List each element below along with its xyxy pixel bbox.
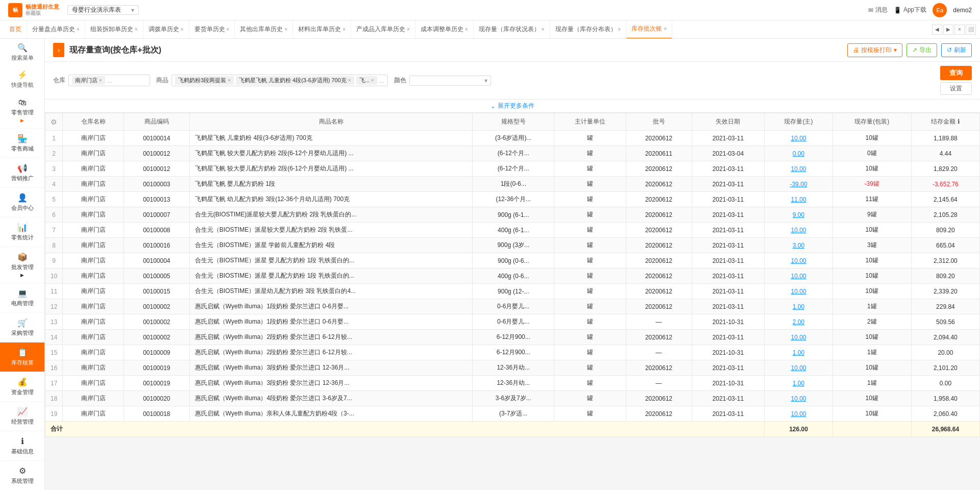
close-tab-11[interactable]: × bbox=[664, 26, 667, 32]
cell-qty-main[interactable]: 2.00 bbox=[765, 314, 832, 330]
settings-icon[interactable]: ⚙ bbox=[51, 118, 57, 126]
nav-tab-9[interactable]: 现存量（库存状况表）× bbox=[474, 20, 550, 39]
warehouse-tag-close[interactable]: × bbox=[99, 78, 102, 83]
cell-qty-main[interactable]: 1.00 bbox=[765, 345, 832, 360]
sidebar-item-base-info[interactable]: ℹ 基础信息 bbox=[0, 431, 44, 461]
sidebar-item-member[interactable]: 👤 会员中心 bbox=[0, 188, 44, 217]
sidebar-item-wholesale[interactable]: 📦 批发管理 ▶ bbox=[0, 247, 44, 283]
close-tab-10[interactable]: × bbox=[618, 27, 621, 32]
cell-code: 00100016 bbox=[124, 238, 189, 253]
sidebar-collapse-btn[interactable]: › bbox=[53, 43, 64, 57]
cell-qty-main[interactable]: 11.00 bbox=[765, 192, 832, 207]
cell-qty-main[interactable]: 10.00 bbox=[765, 360, 832, 376]
setting-btn[interactable]: 设置 bbox=[940, 82, 972, 95]
close-tab-4[interactable]: × bbox=[227, 27, 230, 32]
cell-amount: 4.44 bbox=[911, 146, 979, 161]
nav-tab-home[interactable]: 首页 bbox=[4, 20, 27, 39]
nav-tab-4[interactable]: 要货单历史× bbox=[189, 20, 235, 39]
cell-qty-main[interactable]: 10.00 bbox=[765, 253, 832, 268]
cell-qty-main[interactable]: 10.00 bbox=[765, 330, 832, 345]
cell-qty-main[interactable]: 10.00 bbox=[765, 284, 832, 299]
product-tag-1-label: 飞鹤奶粉3段两提装 bbox=[178, 77, 226, 84]
warehouse-tag-container[interactable]: 南岸门店 × ... bbox=[68, 75, 150, 86]
export-btn[interactable]: ↗ 导出 bbox=[906, 43, 937, 57]
nav-close-all-btn[interactable]: × bbox=[954, 24, 965, 35]
sidebar-item-marketing[interactable]: 📢 营销推广 bbox=[0, 158, 44, 188]
product-tag-1-close[interactable]: × bbox=[228, 78, 231, 83]
nav-tab-7[interactable]: 产成品入库单历史× bbox=[351, 20, 415, 39]
close-tab-1[interactable]: × bbox=[77, 27, 80, 32]
nav-tab-11[interactable]: 库存批次账× bbox=[626, 20, 672, 39]
product-tag-2-close[interactable]: × bbox=[348, 78, 351, 83]
close-tab-8[interactable]: × bbox=[465, 27, 468, 32]
cell-expire: 2021-03-11 bbox=[692, 330, 765, 345]
nav-tab-3[interactable]: 调拨单历史× bbox=[143, 20, 189, 39]
nav-tab-6[interactable]: 材料出库单历史× bbox=[293, 20, 351, 39]
cell-qty-main[interactable]: 10.00 bbox=[765, 223, 832, 238]
cell-code: 00100018 bbox=[124, 406, 189, 422]
close-tab-5[interactable]: × bbox=[284, 27, 287, 32]
table-row: 14 南岸门店 00100002 惠氏启赋（Wyeth illuma）2段奶粉 … bbox=[45, 330, 980, 345]
close-tab-9[interactable]: × bbox=[542, 27, 545, 32]
product-ellipsis[interactable]: ... bbox=[379, 77, 384, 84]
cell-qty-main[interactable]: 10.00 bbox=[765, 406, 832, 422]
color-filter-container[interactable]: ▾ bbox=[409, 76, 491, 86]
sidebar-item-system[interactable]: ⚙ 系统管理 bbox=[0, 461, 44, 490]
table-container[interactable]: ⚙ 仓库名称 商品编码 商品名称 规格型号 主计量单位 批号 失效日期 现存量(… bbox=[45, 113, 980, 490]
sidebar-item-quicknav[interactable]: ⚡ 快捷导航 bbox=[0, 66, 44, 93]
sidebar-finance-label: 资金管理 bbox=[11, 388, 34, 396]
cell-qty-main[interactable]: 3.00 bbox=[765, 238, 832, 253]
sidebar-item-inventory[interactable]: 📋 库存核算 bbox=[0, 342, 44, 372]
user-avatar[interactable]: Ea bbox=[933, 3, 947, 17]
cell-amount: 1,189.88 bbox=[911, 131, 979, 146]
cell-expire: 2021-03-11 bbox=[692, 360, 765, 376]
industry-dropdown[interactable]: 母婴行业演示库表 ▾ bbox=[67, 5, 139, 15]
print-btn[interactable]: 🖨 按模板打印 ▾ bbox=[847, 43, 902, 57]
nav-tab-1[interactable]: 分量盘点单历史× bbox=[27, 20, 85, 39]
sidebar-item-search[interactable]: 🔍 搜索菜单 bbox=[0, 39, 44, 66]
close-tab-2[interactable]: × bbox=[135, 27, 138, 32]
expand-more-btn[interactable]: ⌄ 展开更多条件 bbox=[491, 102, 534, 110]
nav-next-btn[interactable]: ▶ bbox=[943, 24, 953, 35]
nav-tab-8[interactable]: 成本调整单历史× bbox=[415, 20, 474, 39]
cell-warehouse: 南岸门店 bbox=[63, 146, 124, 161]
nav-tab-5[interactable]: 其他出库单历史× bbox=[235, 20, 293, 39]
app-download-btn[interactable]: 📱 App下载 bbox=[894, 6, 926, 14]
sidebar-item-purchase[interactable]: 🛒 采购管理 bbox=[0, 313, 44, 342]
cell-qty-main[interactable]: 1.00 bbox=[765, 299, 832, 314]
close-tab-7[interactable]: × bbox=[407, 27, 410, 32]
nav-prev-btn[interactable]: ◀ bbox=[932, 24, 942, 35]
close-tab-6[interactable]: × bbox=[342, 27, 346, 32]
sidebar-item-finance[interactable]: 💰 资金管理 bbox=[0, 372, 44, 402]
nav-tab-10[interactable]: 现存量（库存分布表）× bbox=[550, 20, 627, 39]
messages-btn[interactable]: ✉ 消息 bbox=[868, 6, 888, 14]
sidebar-item-retail-stat[interactable]: 📊 零售统计 bbox=[0, 217, 44, 247]
cell-qty-main[interactable]: -39.00 bbox=[765, 177, 832, 192]
cell-qty-main[interactable]: 10.00 bbox=[765, 268, 832, 284]
cell-qty-main[interactable]: 1.00 bbox=[765, 376, 832, 391]
cell-qty-main[interactable]: 0.00 bbox=[765, 146, 832, 161]
cell-qty-main[interactable]: 10.00 bbox=[765, 391, 832, 406]
nav-tab-2[interactable]: 组装拆卸单历史× bbox=[85, 20, 143, 39]
cell-expire: 2021-03-11 bbox=[692, 223, 765, 238]
sidebar-item-retail-mgmt[interactable]: 🛍 零售管理 ▶ bbox=[0, 93, 44, 129]
cell-qty-main[interactable]: 10.00 bbox=[765, 161, 832, 177]
sidebar-item-ecommerce[interactable]: 💻 电商管理 bbox=[0, 283, 44, 313]
col-settings[interactable]: ⚙ bbox=[45, 113, 63, 131]
close-tab-3[interactable]: × bbox=[181, 27, 184, 32]
cell-expire: 2021-03-04 bbox=[692, 146, 765, 161]
cell-qty-main[interactable]: 10.00 bbox=[765, 131, 832, 146]
product-tag-container[interactable]: 飞鹤奶粉3段两提装 × 飞鹤星飞帆 儿童奶粉 4段(3-6岁适用) 700克 ×… bbox=[172, 75, 388, 86]
inventory-icon: 📋 bbox=[17, 348, 28, 357]
query-btn[interactable]: 查询 bbox=[940, 66, 972, 80]
product-tag-3-close[interactable]: × bbox=[371, 78, 374, 83]
cell-qty-main[interactable]: 9.00 bbox=[765, 207, 832, 223]
warehouse-ellipsis[interactable]: ... bbox=[107, 77, 112, 84]
content-area: › 现存量查询(按仓库+批次) 🖨 按模板打印 ▾ ↗ 导出 ↺ 刷新 bbox=[45, 39, 980, 490]
nav-expand-tabs-btn[interactable]: ⬜ bbox=[966, 24, 976, 35]
refresh-btn[interactable]: ↺ 刷新 bbox=[941, 43, 972, 57]
cell-code: 00100009 bbox=[124, 345, 189, 360]
cell-warehouse: 南岸门店 bbox=[63, 284, 124, 299]
sidebar-item-retail-mall[interactable]: 🏪 零售商城 bbox=[0, 129, 44, 158]
sidebar-item-operations[interactable]: 📈 经营管理 bbox=[0, 402, 44, 431]
